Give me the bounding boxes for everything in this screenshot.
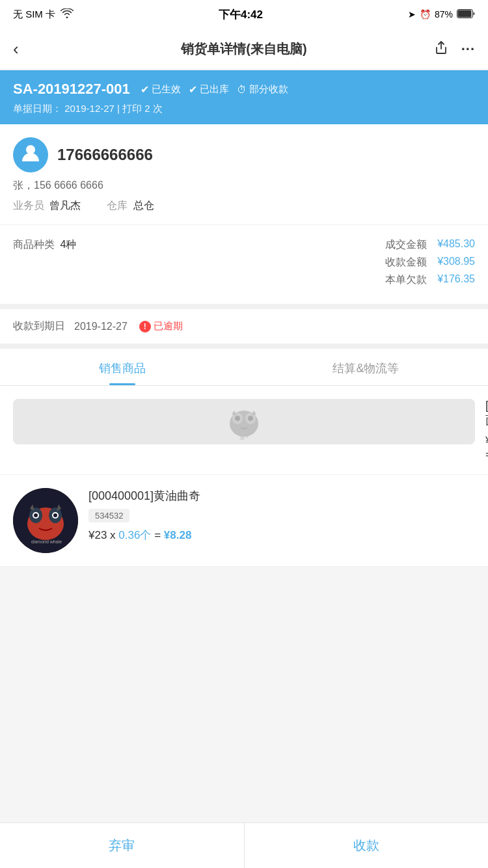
- bottom-bar: 弃审 收款: [0, 822, 488, 868]
- status-left: 无 SIM 卡: [13, 8, 74, 21]
- header-row1: SA-20191227-001 ✔ 已生效 ✔ 已出库 ⏱ 部分收款: [13, 81, 475, 98]
- amount-value: ¥485.30: [437, 238, 475, 252]
- customer-row: 17666666666: [13, 137, 475, 172]
- summary-row: 商品种类 4种 成交金额 ¥485.30 收款金额 ¥308.95 本单欠款 ¥…: [13, 238, 475, 291]
- summary-section: 商品种类 4种 成交金额 ¥485.30 收款金额 ¥308.95 本单欠款 ¥…: [0, 225, 488, 309]
- warehouse-label: 仓库 总仓: [107, 199, 154, 213]
- battery-icon: [457, 9, 475, 20]
- svg-point-7: [248, 416, 253, 421]
- cancel-button[interactable]: 弃审: [0, 823, 245, 868]
- no-sim-text: 无 SIM 卡: [13, 8, 55, 21]
- svg-point-6: [235, 416, 240, 421]
- svg-text:量+: 量+: [239, 434, 249, 441]
- product-info-2: [000400001]黄油曲奇 534532 ¥23 x 0.36个 = ¥8.…: [88, 488, 475, 553]
- tabs-section: 销售商品 结算&物流等: [0, 349, 488, 386]
- duedate-label: 收款到期日: [13, 319, 65, 333]
- badge-effective: ✔ 已生效: [141, 83, 181, 96]
- print-info: | 打印 2 次: [117, 103, 163, 114]
- owing-line: 本单欠款 ¥176.35: [385, 273, 475, 287]
- battery-text: 87%: [435, 9, 453, 20]
- list-item: 量+ [0000002]面包 ¥40 x 5袋 = ¥199.99: [0, 386, 488, 475]
- wifi-icon: [61, 8, 74, 20]
- product-price-2: ¥23: [88, 529, 107, 541]
- nav-bar: ‹ 销货单详情(来自电脑) ···: [0, 29, 488, 70]
- alarm-icon: ⏰: [420, 9, 431, 20]
- duedate-value: 2019-12-27: [74, 321, 128, 332]
- tab-sales-products[interactable]: 销售商品: [0, 349, 244, 385]
- badge-shipped: ✔ 已出库: [189, 83, 229, 96]
- status-time: 下午4:42: [219, 7, 263, 22]
- check-icon-2: ✔: [189, 83, 197, 96]
- status-bar: 无 SIM 卡 下午4:42 ➤ ⏰ 87%: [0, 0, 488, 29]
- avatar: [13, 137, 48, 172]
- tab-settlement[interactable]: 结算&物流等: [244, 349, 488, 385]
- customer-section: 17666666666 张，156 6666 6666 业务员 曾凡杰 仓库 总…: [0, 124, 488, 225]
- summary-left: 商品种类 4种: [13, 238, 76, 252]
- nav-actions: ···: [434, 40, 475, 59]
- product-total-2: ¥8.28: [164, 529, 192, 541]
- share-icon[interactable]: [434, 40, 448, 59]
- amount-line: 成交金额 ¥485.30: [385, 238, 475, 252]
- received-line: 收款金额 ¥308.95: [385, 256, 475, 269]
- type-count: 4种: [60, 239, 76, 250]
- svg-point-2: [26, 145, 35, 154]
- product-thumbnail-2: diamond whale: [13, 488, 78, 553]
- product-price-1: ¥40: [485, 435, 488, 447]
- page-title: 销货单详情(来自电脑): [181, 40, 306, 58]
- check-icon-1: ✔: [141, 83, 149, 96]
- more-icon[interactable]: ···: [461, 41, 475, 58]
- back-button[interactable]: ‹: [13, 39, 39, 59]
- customer-meta: 业务员 曾凡杰 仓库 总仓: [13, 199, 475, 213]
- svg-point-16: [53, 513, 57, 517]
- received-value: ¥308.95: [437, 256, 475, 269]
- svg-rect-1: [457, 10, 471, 17]
- overdue-badge: ! 已逾期: [139, 320, 183, 332]
- svg-point-15: [34, 513, 38, 517]
- badge-partial: ⏱ 部分收款: [237, 83, 288, 96]
- list-item: diamond whale [000400001]黄油曲奇 534532 ¥23…: [0, 475, 488, 567]
- status-badges: ✔ 已生效 ✔ 已出库 ⏱ 部分收款: [141, 83, 288, 96]
- header-row2: 单据日期： 2019-12-27 | 打印 2 次: [13, 103, 475, 115]
- duedate-section: 收款到期日 2019-12-27 ! 已逾期: [0, 309, 488, 349]
- product-price-row-1: ¥40 x 5袋 = ¥199.99: [485, 433, 488, 461]
- product-name-2: [000400001]黄油曲奇: [88, 488, 475, 504]
- clock-icon: ⏱: [237, 84, 247, 95]
- svg-text:diamond whale: diamond whale: [31, 539, 62, 544]
- date-value: 2019-12-27: [64, 103, 115, 114]
- header-band: SA-20191227-001 ✔ 已生效 ✔ 已出库 ⏱ 部分收款 单据日期：…: [0, 70, 488, 124]
- owing-value: ¥176.35: [437, 273, 475, 287]
- status-right: ➤ ⏰ 87%: [408, 9, 475, 20]
- sales-label: 业务员 曾凡杰: [13, 199, 81, 213]
- product-tag-2: 534532: [88, 509, 129, 522]
- product-info-1: [0000002]面包 ¥40 x 5袋 = ¥199.99: [485, 399, 488, 461]
- date-label: 单据日期：: [13, 103, 62, 114]
- product-qty-2: 0.36个: [118, 529, 151, 541]
- customer-id: 17666666666: [57, 146, 153, 164]
- user-icon: [21, 143, 40, 167]
- warehouse-value: 总仓: [133, 200, 154, 211]
- customer-sub: 张，156 6666 6666: [13, 179, 475, 193]
- summary-right: 成交金额 ¥485.30 收款金额 ¥308.95 本单欠款 ¥176.35: [385, 238, 475, 291]
- overdue-label: 已逾期: [154, 320, 183, 332]
- sales-value: 曾凡杰: [49, 200, 81, 211]
- overdue-icon: !: [139, 321, 151, 332]
- product-name-1: [0000002]面包: [485, 399, 488, 428]
- order-id: SA-20191227-001: [13, 81, 130, 98]
- location-icon: ➤: [408, 9, 416, 20]
- product-thumbnail-1: 量+: [13, 399, 475, 444]
- confirm-button[interactable]: 收款: [245, 823, 489, 868]
- product-price-row-2: ¥23 x 0.36个 = ¥8.28: [88, 528, 475, 543]
- products-section: 量+ [0000002]面包 ¥40 x 5袋 = ¥199.99: [0, 386, 488, 567]
